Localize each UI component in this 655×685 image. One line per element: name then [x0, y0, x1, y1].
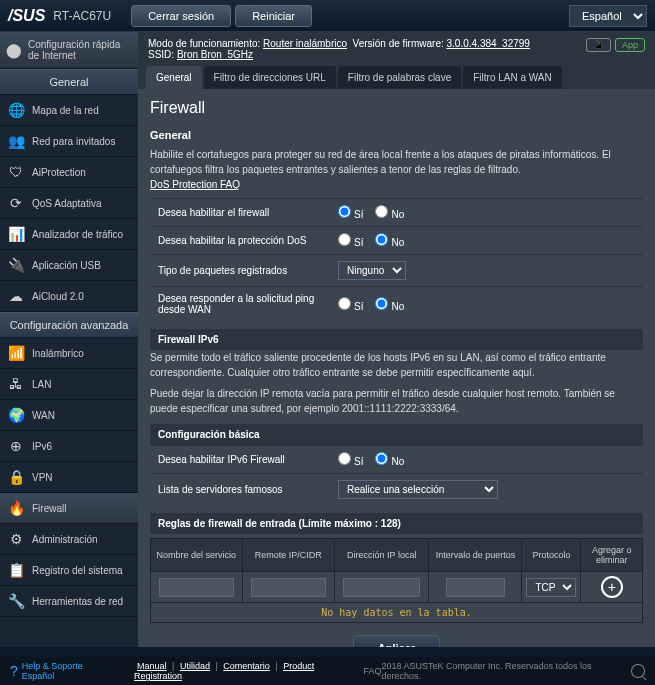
section-ipv6: Firewall IPv6 [150, 329, 643, 350]
footer-link[interactable]: Manual [137, 661, 167, 671]
nav-icon: ⟳ [6, 195, 26, 211]
sidebar-item[interactable]: 🔒VPN [0, 462, 138, 493]
rules-table: Nombre del servicioRemote IP/CIDRDirecci… [150, 538, 643, 623]
dos-yes[interactable] [338, 233, 351, 246]
nav-icon: ⚙ [6, 531, 26, 547]
nav-icon: 📋 [6, 562, 26, 578]
sidebar-item[interactable]: 🖧LAN [0, 369, 138, 400]
nav-icon: 🔌 [6, 257, 26, 273]
tabs: GeneralFiltro de direcciones URLFiltro d… [138, 66, 655, 89]
table-header: Agregar o eliminar [581, 539, 643, 572]
language-select[interactable]: Español [569, 5, 647, 27]
dos-no[interactable] [375, 233, 388, 246]
nav-icon: 🔧 [6, 593, 26, 609]
ipv6-desc2: Puede dejar la dirección IP remota vacía… [150, 386, 643, 416]
sidebar-item[interactable]: 👥Red para invitados [0, 126, 138, 157]
nav-icon: 🔥 [6, 500, 26, 516]
empty-msg: No hay datos en la tabla. [151, 603, 643, 623]
nav-icon: 👥 [6, 133, 26, 149]
sidebar-header-advanced: Configuración avanzada [0, 312, 138, 338]
footer: ? Help & Soporte Español Manual | Utilid… [0, 657, 655, 685]
section-general: General [150, 129, 643, 141]
tab[interactable]: Filtro de direcciones URL [204, 66, 336, 89]
ipv6fw-yes[interactable] [338, 452, 351, 465]
mode-link[interactable]: Router inalámbrico [263, 38, 347, 49]
faq-link[interactable]: DoS Protection FAQ [150, 179, 240, 190]
search-icon[interactable] [631, 664, 645, 678]
help-link[interactable]: Help & Soporte Español [22, 661, 114, 681]
page-title: Firewall [150, 99, 643, 117]
nav-icon: 🖧 [6, 376, 26, 392]
sidebar-item[interactable]: ⟳QoS Adaptativa [0, 188, 138, 219]
ping-no[interactable] [375, 297, 388, 310]
ports-input[interactable] [446, 578, 505, 597]
sidebar-item[interactable]: 🔧Herramientas de red [0, 586, 138, 617]
footer-link[interactable]: Utilidad [180, 661, 210, 671]
info-bar: App 📱 Modo de funcionamiento: Router ina… [138, 32, 655, 66]
table-header: Remote IP/CIDR [242, 539, 334, 572]
copyright: 2018 ASUSTeK Computer Inc. Reservados to… [381, 661, 623, 681]
tab[interactable]: General [146, 66, 202, 89]
nav-icon: ☁ [6, 288, 26, 304]
firewall-no[interactable] [375, 205, 388, 218]
reboot-button[interactable]: Reiniciar [235, 5, 312, 27]
service-input[interactable] [159, 578, 233, 597]
ipv6-desc1: Se permite todo el tráfico saliente proc… [150, 350, 643, 380]
faq-label: FAQ [363, 666, 381, 676]
section-basic: Configuración básica [150, 424, 643, 445]
nav-icon: 🔒 [6, 469, 26, 485]
app-icon[interactable]: 📱 [586, 38, 611, 52]
model: RT-AC67U [53, 9, 111, 23]
ssid-link[interactable]: Bron Bron_5GHz [177, 49, 253, 60]
sidebar-item[interactable]: 🌐Mapa de la red [0, 95, 138, 126]
ipv6fw-no[interactable] [375, 452, 388, 465]
nav-icon: ⊕ [6, 438, 26, 454]
sidebar-item[interactable]: 🌍WAN [0, 400, 138, 431]
nav-icon: 📊 [6, 226, 26, 242]
logout-button[interactable]: Cerrar sesión [131, 5, 231, 27]
sidebar-item[interactable]: 🔥Firewall [0, 493, 138, 524]
help-icon[interactable]: ? [10, 663, 18, 679]
ping-yes[interactable] [338, 297, 351, 310]
section-rules: Reglas de firewall de entrada (Límite má… [150, 513, 643, 534]
nav-icon: 📶 [6, 345, 26, 361]
sidebar-header-general: General [0, 69, 138, 95]
tab[interactable]: Filtro de palabras clave [338, 66, 461, 89]
proto-select[interactable]: TCP [526, 578, 576, 597]
general-desc: Habilite el cortafuegos para proteger su… [150, 147, 643, 192]
sidebar-item[interactable]: 📊Analizador de tráfico [0, 219, 138, 250]
globe-icon: ⬤ [6, 42, 22, 58]
sidebar: ⬤Configuración rápida de Internet Genera… [0, 32, 138, 647]
sidebar-item[interactable]: 📶Inalámbrico [0, 338, 138, 369]
remote-input[interactable] [251, 578, 326, 597]
table-header: Nombre del servicio [151, 539, 243, 572]
sidebar-item[interactable]: 🛡AiProtection [0, 157, 138, 188]
tab[interactable]: Filtro LAN a WAN [463, 66, 562, 89]
table-header: Intervalo de puertos [429, 539, 522, 572]
sidebar-item[interactable]: 🔌Aplicación USB [0, 250, 138, 281]
header: /SUS RT-AC67U Cerrar sesión Reiniciar Es… [0, 0, 655, 32]
content: App 📱 Modo de funcionamiento: Router ina… [138, 32, 655, 647]
add-button[interactable]: + [601, 576, 623, 598]
table-header: Protocolo [522, 539, 581, 572]
table-input-row: TCP + [151, 572, 643, 603]
table-header: Dirección IP local [334, 539, 429, 572]
fw-link[interactable]: 3.0.0.4.384_32799 [447, 38, 530, 49]
nav-icon: 🛡 [6, 164, 26, 180]
localip-input[interactable] [343, 578, 420, 597]
sidebar-item[interactable]: ⚙Administración [0, 524, 138, 555]
logo: /SUS [8, 7, 45, 25]
apply-button[interactable]: Aplicar [353, 635, 440, 647]
app-badge[interactable]: App [615, 38, 645, 52]
sidebar-item[interactable]: ☁AiCloud 2.0 [0, 281, 138, 312]
nav-icon: 🌐 [6, 102, 26, 118]
packet-type-select[interactable]: Ninguno [338, 261, 406, 280]
sidebar-item[interactable]: ⊕IPv6 [0, 431, 138, 462]
footer-link[interactable]: Comentario [223, 661, 270, 671]
sidebar-item[interactable]: 📋Registro del sistema [0, 555, 138, 586]
nav-icon: 🌍 [6, 407, 26, 423]
server-select[interactable]: Realice una selección [338, 480, 498, 499]
sidebar-qis[interactable]: ⬤Configuración rápida de Internet [0, 32, 138, 69]
firewall-yes[interactable] [338, 205, 351, 218]
